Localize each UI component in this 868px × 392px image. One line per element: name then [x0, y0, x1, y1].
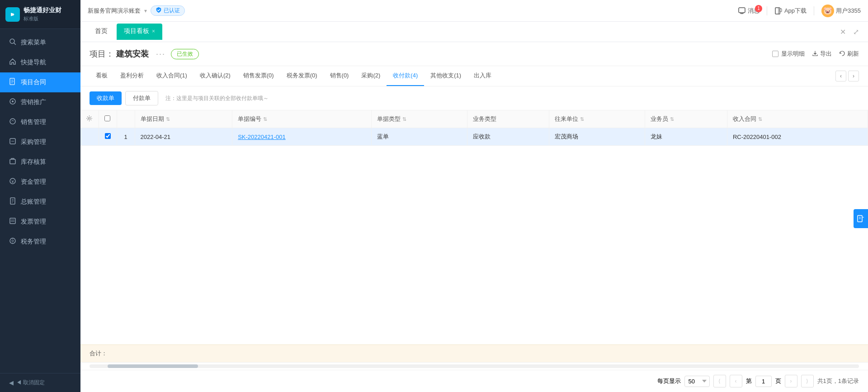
first-page-button[interactable]: ⟨: [713, 375, 726, 387]
th-salesperson-label: 业务员: [651, 115, 668, 123]
sub-tabs-nav: ‹ ›: [835, 71, 859, 81]
sidebar-item-sales[interactable]: 销售管理: [0, 112, 80, 132]
sub-tab-payment[interactable]: 收付款(4): [387, 66, 424, 86]
sidebar-item-inventory[interactable]: 库存核算: [0, 152, 80, 172]
th-code-label: 单据编号: [238, 115, 261, 123]
type-sort-icon: ⇅: [402, 116, 406, 122]
scrollbar-thumb[interactable]: [108, 364, 198, 368]
sidebar-item-label-quick-nav: 快捷导航: [21, 58, 46, 67]
sidebar-item-label-search: 搜索菜单: [21, 38, 46, 47]
sub-tab-income-confirm[interactable]: 收入确认(2): [193, 66, 237, 86]
th-biz-type-label: 业务类型: [473, 115, 496, 122]
sidebar-nav: 搜索菜单 快捷导航 项目合同 营销推广 销售管理: [0, 29, 80, 373]
last-page-button[interactable]: ⟩: [801, 375, 814, 387]
payment-button[interactable]: 付款单: [125, 91, 158, 105]
project-title: 项目： 建筑安装: [90, 48, 149, 59]
receipt-button[interactable]: 收款单: [90, 91, 122, 105]
svg-line-3: [14, 43, 16, 45]
sub-tab-sales-invoice[interactable]: 销售发票(0): [237, 66, 280, 86]
sub-tabs-next-button[interactable]: ›: [848, 71, 859, 81]
project-actions: 显示明细 导出 刷新: [772, 50, 859, 58]
user-profile-button[interactable]: 🐷 用户3355: [821, 5, 861, 17]
app-logo-icon: [5, 7, 20, 22]
floating-action-button[interactable]: [854, 209, 868, 228]
page-number-input[interactable]: [755, 376, 772, 387]
filter-bar: 收款单 付款单 注：这里是与项目关联的全部收付款单哦～: [80, 86, 868, 110]
sidebar-item-marketing[interactable]: 营销推广: [0, 92, 80, 112]
tab-project-board-label: 项目看板: [124, 27, 149, 35]
sub-tab-tax-invoice[interactable]: 税务发票(0): [280, 66, 324, 86]
app-download-button[interactable]: App下载: [774, 7, 807, 15]
tab-close-icon[interactable]: ×: [152, 28, 155, 34]
sub-tab-other-income[interactable]: 其他收支(1): [424, 66, 467, 86]
window-close-button[interactable]: ✕: [838, 26, 848, 38]
sidebar-item-purchase[interactable]: 采购管理: [0, 132, 80, 152]
sidebar-item-tax[interactable]: 税务管理: [0, 232, 80, 252]
td-checkbox[interactable]: [99, 128, 117, 146]
show-detail-checkbox[interactable]: 显示明细: [772, 50, 805, 58]
th-date[interactable]: 单据日期 ⇅: [135, 110, 232, 128]
svg-text:¥: ¥: [11, 179, 14, 184]
date-sort-icon: ⇅: [166, 116, 170, 122]
th-type[interactable]: 单据类型 ⇅: [371, 110, 467, 128]
th-code[interactable]: 单据编号 ⇅: [232, 110, 372, 128]
certified-badge: 已认证: [151, 5, 185, 16]
message-button[interactable]: 消息 1: [738, 7, 760, 15]
row-checkbox[interactable]: [105, 133, 111, 139]
sub-tab-purchase[interactable]: 采购(2): [355, 66, 387, 86]
sub-tab-profit[interactable]: 盈利分析: [114, 66, 150, 86]
refresh-icon: [839, 50, 845, 58]
per-page-select[interactable]: 50 10 20 100: [684, 376, 710, 387]
sub-tab-payment-label: 收付款(4): [393, 72, 418, 79]
th-income-contract[interactable]: 收入合同 ⇅: [727, 110, 868, 128]
export-button[interactable]: 导出: [812, 50, 832, 58]
show-detail-label: 显示明细: [781, 50, 805, 58]
sub-tab-sales[interactable]: 销售(0): [324, 66, 355, 86]
sidebar-item-funds[interactable]: ¥ 资金管理: [0, 172, 80, 192]
per-page-label: 每页显示: [657, 377, 681, 385]
avatar: 🐷: [821, 5, 834, 17]
sidebar-item-ledger[interactable]: 总账管理: [0, 192, 80, 212]
sub-tab-in-out-store[interactable]: 出入库: [467, 66, 498, 86]
app-name: 畅捷通好业财: [24, 6, 61, 14]
main-content: 新服务官网演示账套 ▾ 已认证 消息 1 App下载 🐷: [80, 0, 868, 392]
window-maximize-button[interactable]: ⤢: [851, 26, 861, 38]
sub-tab-income-contract[interactable]: 收入合同(1): [150, 66, 193, 86]
td-settings: [80, 128, 99, 146]
sidebar-item-label-funds: 资金管理: [21, 178, 46, 186]
sidebar-unpin-button[interactable]: ◀ ◀ 取消固定: [0, 373, 80, 392]
next-page-button[interactable]: ›: [785, 375, 797, 387]
refresh-button[interactable]: 刷新: [839, 50, 859, 58]
th-partner[interactable]: 往来单位 ⇅: [549, 110, 645, 128]
table-row[interactable]: 1 2022-04-21 SK-20220421-001 蓝单 应收款 宏茂商场…: [80, 128, 868, 146]
export-label: 导出: [820, 50, 832, 58]
tab-home-label: 首页: [95, 27, 108, 35]
th-checkbox[interactable]: [99, 110, 117, 128]
page-prefix-label: 第: [746, 377, 752, 385]
prev-page-button[interactable]: ‹: [730, 375, 742, 387]
sidebar-item-project-contract[interactable]: 项目合同: [0, 72, 80, 92]
th-row-num: [117, 110, 135, 128]
sidebar-item-search[interactable]: 搜索菜单: [0, 33, 80, 53]
table-container: 单据日期 ⇅ 单据编号 ⇅ 单据类型: [80, 110, 868, 344]
sub-tabs-prev-button[interactable]: ‹: [835, 71, 846, 81]
sales-icon: [9, 118, 16, 127]
sub-tab-board[interactable]: 看板: [90, 66, 114, 86]
project-more-icon[interactable]: ···: [156, 49, 165, 59]
workspace-dropdown-icon[interactable]: ▾: [144, 8, 147, 14]
tab-home[interactable]: 首页: [88, 22, 115, 42]
td-code-link[interactable]: SK-20220421-001: [238, 134, 286, 140]
tabs-bar: 首页 项目看板 × ✕ ⤢: [80, 22, 868, 42]
sidebar-item-quick-nav[interactable]: 快捷导航: [0, 53, 80, 72]
th-salesperson[interactable]: 业务员 ⇅: [645, 110, 727, 128]
tab-project-board[interactable]: 项目看板 ×: [117, 24, 162, 40]
page-suffix-label: 页: [775, 377, 781, 385]
sidebar-item-invoice[interactable]: 发票管理: [0, 212, 80, 232]
svg-rect-20: [10, 218, 15, 224]
th-settings[interactable]: [80, 110, 99, 128]
horizontal-scrollbar[interactable]: [80, 362, 868, 370]
select-all-checkbox[interactable]: [104, 115, 110, 121]
svg-rect-27: [739, 8, 745, 13]
td-code[interactable]: SK-20220421-001: [232, 128, 372, 146]
svg-point-31: [89, 118, 90, 120]
